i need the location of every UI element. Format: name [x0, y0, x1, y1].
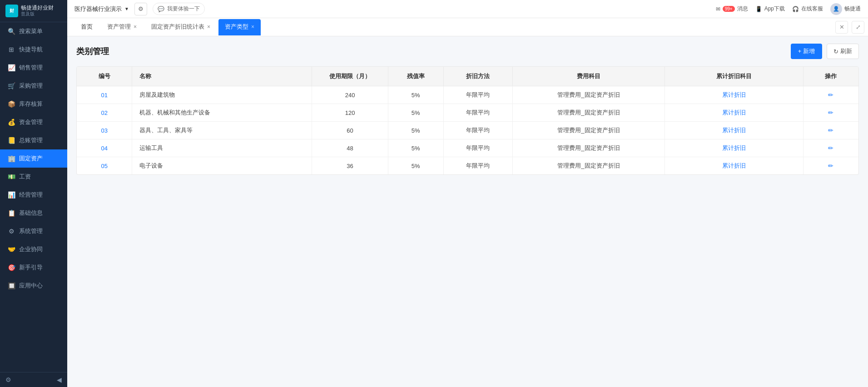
message-badge: 99+	[723, 6, 735, 12]
sidebar-item-search[interactable]: 🔍 搜索菜单	[0, 22, 67, 40]
company-selector[interactable]: 医疗器械行业演示 ▼	[74, 5, 129, 13]
settings-icon[interactable]: ⚙	[5, 376, 11, 383]
ledger-icon: 📒	[7, 136, 15, 144]
cell-name: 电子设备	[132, 157, 312, 175]
edit-icon[interactable]: ✏	[828, 162, 833, 169]
experience-button[interactable]: 💬 我要体验一下	[153, 3, 205, 15]
cell-residual: 5%	[388, 86, 443, 104]
sidebar-item-basicinfo[interactable]: 📋 基础信息	[0, 204, 67, 222]
cell-accum: 累计折旧	[665, 104, 803, 122]
col-header-expense: 费用科目	[512, 67, 665, 86]
sidebar-item-label: 基础信息	[19, 209, 43, 217]
cell-accum: 累计折旧	[665, 122, 803, 139]
sidebar-item-label: 搜索菜单	[19, 27, 43, 35]
sidebar-item-fixedasset[interactable]: 🏢 固定资产	[0, 149, 67, 168]
edit-icon[interactable]: ✏	[828, 91, 833, 99]
cell-name: 运输工具	[132, 139, 312, 157]
cell-expense: 管理费用_固定资产折旧	[512, 122, 665, 139]
cell-action: ✏	[803, 139, 858, 157]
expand-tab-button[interactable]: ⤢	[852, 21, 864, 34]
table-header-row: 编号 名称 使用期限（月） 残值率 折旧方法 费用科目 累计折旧科目 操作	[77, 67, 858, 86]
cell-accum: 累计折旧	[665, 139, 803, 157]
table-row: 02 机器、机械和其他生产设备 120 5% 年限平均 管理费用_固定资产折旧 …	[77, 104, 858, 122]
cell-code: 04	[77, 139, 132, 157]
username-label: 畅捷通	[844, 5, 861, 13]
sidebar-item-label: 经营管理	[19, 191, 43, 199]
sidebar-item-quicknav[interactable]: ⊞ 快捷导航	[0, 40, 67, 59]
appdownload-action[interactable]: 📱 App下载	[755, 5, 785, 13]
company-name: 医疗器械行业演示	[74, 5, 122, 13]
page-content: 类别管理 + 新增 ↻ 刷新 编号 名称 使用期限（月） 残值率 折旧方法	[67, 36, 868, 387]
sidebar-item-system[interactable]: ⚙ 系统管理	[0, 222, 67, 240]
topbar: 医疗器械行业演示 ▼ ⚙ 💬 我要体验一下 ✉ 99+ 消息 📱 App下载	[67, 0, 868, 18]
cell-action: ✏	[803, 122, 858, 139]
tab-deprstat[interactable]: 固定资产折旧统计表 ×	[145, 19, 217, 35]
cell-code: 02	[77, 104, 132, 122]
page-title: 类别管理	[76, 46, 109, 57]
cell-name: 机器、机械和其他生产设备	[132, 104, 312, 122]
salary-icon: 💵	[7, 173, 15, 181]
cell-code: 01	[77, 86, 132, 104]
collapse-icon[interactable]: ◀	[57, 376, 62, 383]
refresh-label: 刷新	[840, 47, 852, 55]
cell-residual: 5%	[388, 157, 443, 175]
sidebar: 财 畅捷通好业财 普及版 🔍 搜索菜单 ⊞ 快捷导航 📈 销售管理 🛒 采购管理…	[0, 0, 67, 387]
sidebar-item-enterprise[interactable]: 🤝 企业协同	[0, 240, 67, 258]
new-button[interactable]: + 新增	[791, 44, 822, 59]
appcenter-icon: 🔲	[7, 282, 15, 290]
sidebar-item-label: 采购管理	[19, 82, 43, 90]
sidebar-item-newguide[interactable]: 🎯 新手引导	[0, 258, 67, 277]
sidebar-item-label: 系统管理	[19, 227, 43, 235]
mobile-icon: 📱	[755, 6, 762, 12]
search-icon: 🔍	[7, 27, 15, 35]
col-header-action: 操作	[803, 67, 858, 86]
sales-icon: 📈	[7, 64, 15, 72]
sidebar-item-sales[interactable]: 📈 销售管理	[0, 59, 67, 77]
refresh-button[interactable]: ↻ 刷新	[827, 44, 859, 59]
tab-home[interactable]: 首页	[74, 19, 99, 35]
company-settings-button[interactable]: ⚙	[134, 3, 147, 15]
sidebar-item-inventory[interactable]: 📦 库存核算	[0, 95, 67, 113]
message-action[interactable]: ✉ 99+ 消息	[716, 5, 748, 13]
col-header-accum: 累计折旧科目	[665, 67, 803, 86]
purchase-icon: 🛒	[7, 82, 15, 90]
sidebar-nav: 🔍 搜索菜单 ⊞ 快捷导航 📈 销售管理 🛒 采购管理 📦 库存核算 💰 资金管…	[0, 22, 67, 372]
newguide-icon: 🎯	[7, 263, 15, 272]
col-header-period: 使用期限（月）	[312, 67, 388, 86]
sidebar-item-label: 企业协同	[19, 245, 43, 253]
user-action[interactable]: 👤 畅捷通	[830, 3, 861, 15]
sidebar-item-operations[interactable]: 📊 经营管理	[0, 186, 67, 204]
close-tab-button[interactable]: ✕	[835, 21, 848, 34]
edit-icon[interactable]: ✏	[828, 144, 833, 152]
sidebar-item-label: 新手引导	[19, 263, 43, 272]
tab-assettype[interactable]: 资产类型 ×	[218, 19, 261, 35]
dropdown-chevron-icon: ▼	[124, 6, 129, 11]
sidebar-item-salary[interactable]: 💵 工资	[0, 168, 67, 186]
sidebar-item-appcenter[interactable]: 🔲 应用中心	[0, 277, 67, 295]
tab-assetmanage[interactable]: 资产管理 ×	[101, 19, 143, 35]
cell-code: 05	[77, 157, 132, 175]
chat-icon: 💬	[158, 6, 164, 12]
sidebar-item-funds[interactable]: 💰 资金管理	[0, 113, 67, 131]
table-row: 03 器具、工具、家具等 60 5% 年限平均 管理费用_固定资产折旧 累计折旧…	[77, 122, 858, 139]
tab-home-label: 首页	[81, 23, 93, 31]
tab-assetmanage-close[interactable]: ×	[134, 24, 137, 30]
tab-deprstat-close[interactable]: ×	[207, 24, 210, 30]
edit-icon[interactable]: ✏	[828, 109, 833, 116]
service-action[interactable]: 🎧 在线客服	[792, 5, 823, 13]
col-header-name: 名称	[132, 67, 312, 86]
app-name: 畅捷通好业财	[21, 5, 54, 11]
table-row: 01 房屋及建筑物 240 5% 年限平均 管理费用_固定资产折旧 累计折旧 ✏	[77, 86, 858, 104]
tab-assettype-close[interactable]: ×	[251, 24, 254, 30]
cell-period: 36	[312, 157, 388, 175]
funds-icon: 💰	[7, 118, 15, 126]
topbar-right: ✉ 99+ 消息 📱 App下载 🎧 在线客服 👤 畅捷通	[716, 3, 861, 15]
quicknav-icon: ⊞	[7, 45, 15, 54]
col-header-residual: 残值率	[388, 67, 443, 86]
operations-icon: 📊	[7, 191, 15, 199]
sidebar-item-ledger[interactable]: 📒 总账管理	[0, 131, 67, 149]
edit-icon[interactable]: ✏	[828, 127, 833, 134]
sidebar-item-purchase[interactable]: 🛒 采购管理	[0, 77, 67, 95]
refresh-icon: ↻	[833, 48, 838, 55]
cell-action: ✏	[803, 86, 858, 104]
